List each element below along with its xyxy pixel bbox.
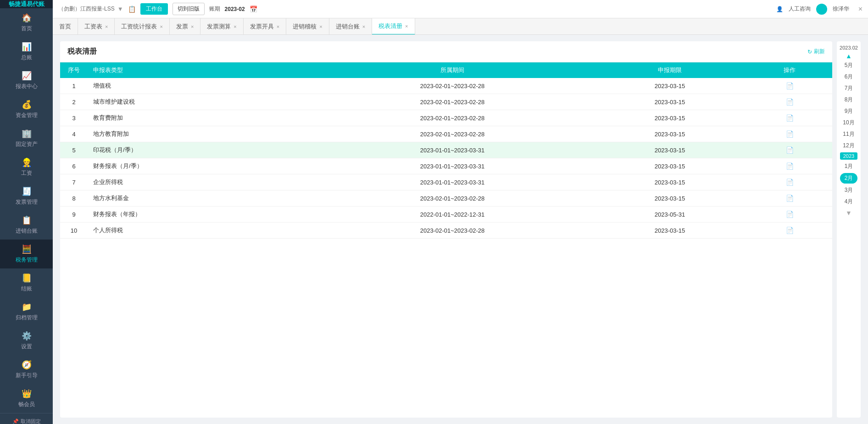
sidebar: 畅捷通易代账 🏠 首页 📊 总账 📈 报表中心 💰 资金管理 🏢 固定资产 👷 … — [0, 0, 53, 424]
tab-close-icon[interactable]: × — [362, 24, 365, 29]
cell-action: 📄 — [747, 223, 832, 239]
calendar-up-icon[interactable]: ▲ — [846, 52, 852, 60]
cell-period: 2023-02-01~2023-02-28 — [312, 190, 593, 206]
cell-period: 2023-01-01~2023-03-31 — [312, 142, 593, 158]
tax-icon: 🧮 — [22, 244, 32, 254]
cal-month-12[interactable]: 12月 — [837, 140, 861, 151]
sidebar-item-label: 新手引导 — [16, 372, 38, 379]
cal-month-6[interactable]: 6月 — [837, 71, 861, 83]
switch-version-button[interactable]: 切到旧版 — [172, 3, 205, 15]
sidebar-item-label: 首页 — [21, 25, 32, 33]
tab-tax-register[interactable]: 税表清册 × — [372, 18, 415, 35]
tab-close-icon[interactable]: × — [160, 24, 162, 29]
tabbar: 首页 工资表 × 工资统计报表 × 发票 × 发票测算 × 发票开具 × 进销稽… — [53, 18, 868, 35]
period-value: 2023-02 — [225, 6, 245, 12]
cell-id: 4 — [60, 126, 88, 142]
content-area: 税表清册 ↻ 刷新 序号 申报表类型 所属期间 申报期限 操作 — [53, 35, 868, 424]
refresh-button[interactable]: ↻ 刷新 — [807, 48, 825, 56]
tab-invoice-issue[interactable]: 发票开具 × — [244, 18, 286, 35]
cell-deadline: 2023-05-31 — [593, 206, 747, 223]
action-icon[interactable]: 📄 — [786, 114, 794, 122]
cal-month-2-active[interactable]: 2月 — [840, 173, 857, 184]
cal-month-11[interactable]: 11月 — [837, 128, 861, 140]
tab-salary-table[interactable]: 工资表 × — [78, 18, 115, 35]
cell-action: 📄 — [747, 174, 832, 190]
col-period: 所属期间 — [312, 62, 593, 78]
salary-icon: 👷 — [22, 157, 32, 167]
tab-purchase-ledger[interactable]: 进销台账 × — [329, 18, 372, 35]
sidebar-item-home[interactable]: 🏠 首页 — [0, 8, 53, 37]
archive-icon: 📁 — [22, 302, 32, 312]
cal-month-7[interactable]: 7月 — [837, 83, 861, 94]
purchase-sale-icon: 📋 — [22, 215, 32, 225]
cal-month-9[interactable]: 9月 — [837, 106, 861, 117]
tab-invoice-calc[interactable]: 发票测算 × — [200, 18, 243, 35]
action-icon[interactable]: 📄 — [786, 82, 794, 89]
cal-month-5[interactable]: 5月 — [837, 60, 861, 71]
support-label[interactable]: 人工咨询 — [789, 5, 811, 13]
calendar-down-icon[interactable]: ▼ — [846, 209, 852, 217]
tab-close-icon[interactable]: × — [234, 24, 236, 29]
col-action: 操作 — [747, 62, 832, 78]
sidebar-item-salary[interactable]: 👷 工资 — [0, 153, 53, 182]
workspace-button[interactable]: 工作台 — [140, 3, 168, 15]
tab-close-icon[interactable]: × — [105, 24, 108, 29]
col-deadline: 申报期限 — [593, 62, 747, 78]
cal-month-4[interactable]: 4月 — [837, 196, 861, 207]
close-button[interactable]: × — [858, 5, 862, 13]
tab-close-icon[interactable]: × — [191, 24, 194, 29]
cell-type: 财务报表（年报） — [88, 206, 312, 223]
tab-label: 税表清册 — [378, 22, 402, 30]
tab-purchase-audit[interactable]: 进销稽核 × — [286, 18, 329, 35]
tab-close-icon[interactable]: × — [277, 24, 279, 29]
cal-month-8[interactable]: 8月 — [837, 94, 861, 106]
unpin-button[interactable]: 📌 取消固定 — [0, 413, 53, 424]
action-icon[interactable]: 📄 — [786, 146, 794, 154]
cal-month-10[interactable]: 10月 — [837, 117, 861, 128]
cell-deadline: 2023-03-15 — [593, 110, 747, 126]
sidebar-item-purchase-sale[interactable]: 📋 进销台账 — [0, 211, 53, 240]
action-icon[interactable]: 📄 — [786, 98, 794, 106]
page-header: 税表清册 ↻ 刷新 — [60, 41, 832, 62]
sidebar-item-archive[interactable]: 📁 归档管理 — [0, 297, 53, 326]
sidebar-item-invoice[interactable]: 🧾 发票管理 — [0, 182, 53, 211]
table-row: 6 财务报表（月/季） 2023-01-01~2023-03-31 2023-0… — [60, 158, 832, 174]
cal-month-3[interactable]: 3月 — [837, 184, 861, 196]
action-icon[interactable]: 📄 — [786, 211, 794, 218]
sidebar-item-guide[interactable]: 🧭 新手引导 — [0, 355, 53, 384]
sidebar-item-ledger[interactable]: 📊 总账 — [0, 37, 53, 66]
cal-year-badge[interactable]: 2023 — [840, 152, 857, 160]
sidebar-item-close-account[interactable]: 📒 结账 — [0, 268, 53, 297]
tab-close-icon[interactable]: × — [405, 23, 408, 29]
copy-icon[interactable]: 📋 — [128, 6, 136, 13]
table-row: 1 增值税 2023-02-01~2023-02-28 2023-03-15 📄 — [60, 78, 832, 94]
topbar: （勿删）江西报量-LSS ▼ 📋 工作台 切到旧版 账期 2023-02 📅 👤… — [53, 0, 868, 18]
tab-home[interactable]: 首页 — [53, 18, 78, 35]
company-dropdown-icon[interactable]: ▼ — [117, 6, 123, 12]
cal-month-1[interactable]: 1月 — [837, 161, 861, 172]
sidebar-item-membership[interactable]: 👑 畅会员 — [0, 384, 53, 413]
tab-salary-report[interactable]: 工资统计报表 × — [115, 18, 169, 35]
cell-action: 📄 — [747, 206, 832, 223]
sidebar-item-label: 工资 — [21, 169, 32, 177]
calendar-icon[interactable]: 📅 — [250, 6, 257, 13]
table-row: 4 地方教育附加 2023-02-01~2023-02-28 2023-03-1… — [60, 126, 832, 142]
cell-id: 1 — [60, 78, 88, 94]
action-icon[interactable]: 📄 — [786, 227, 794, 234]
sidebar-item-fund[interactable]: 💰 资金管理 — [0, 95, 53, 124]
settings-icon: ⚙️ — [22, 331, 32, 341]
cell-action: 📄 — [747, 78, 832, 94]
action-icon[interactable]: 📄 — [786, 162, 794, 170]
cell-id: 6 — [60, 158, 88, 174]
action-icon[interactable]: 📄 — [786, 130, 794, 138]
user-label[interactable]: 徐泽华 — [833, 5, 849, 13]
sidebar-item-report[interactable]: 📈 报表中心 — [0, 66, 53, 95]
cell-type: 财务报表（月/季） — [88, 158, 312, 174]
sidebar-item-settings[interactable]: ⚙️ 设置 — [0, 326, 53, 355]
action-icon[interactable]: 📄 — [786, 195, 794, 202]
tab-close-icon[interactable]: × — [319, 24, 322, 29]
action-icon[interactable]: 📄 — [786, 179, 794, 186]
sidebar-item-fixed-assets[interactable]: 🏢 固定资产 — [0, 124, 53, 153]
sidebar-item-tax[interactable]: 🧮 税务管理 — [0, 240, 53, 268]
tab-invoice[interactable]: 发票 × — [170, 18, 200, 35]
